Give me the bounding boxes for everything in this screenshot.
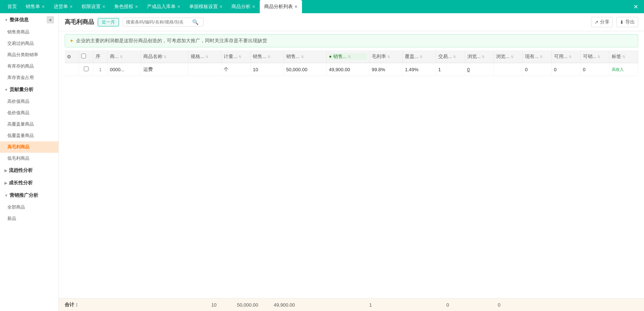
sidebar-item-high-margin[interactable]: 高毛利商品 — [0, 141, 58, 153]
sidebar-item-low-value[interactable]: 低价值商品 — [0, 107, 58, 119]
col-trade[interactable]: 交易...⇅ — [436, 50, 465, 63]
sort-tag-icon: ⇅ — [622, 55, 625, 59]
collapse-toggle[interactable]: « — [47, 16, 54, 23]
search-box: 🔍 — [123, 18, 204, 26]
table-row: 1 0000... 运费 个 10 50,000.00 49,900.00 99… — [65, 63, 638, 76]
sort-unit-icon: ⇅ — [238, 55, 241, 59]
cell-gross-rate: 99.8% — [369, 63, 403, 76]
search-icon[interactable]: 🔍 — [192, 19, 198, 25]
col-current-stock[interactable]: 现有...⇅ — [523, 50, 552, 63]
footer-sales-qty: 10 — [211, 302, 233, 308]
sidebar-item-stock-funds[interactable]: 库存资金占用 — [0, 72, 58, 83]
col-view1[interactable]: 浏览...⇅ — [465, 50, 494, 63]
col-tag[interactable]: 标签⇅ — [609, 50, 638, 63]
close-purchase-tab[interactable]: ✕ — [69, 4, 73, 9]
nav-analysis-list[interactable]: 商品分析列表 ✕ — [260, 0, 302, 13]
row-checkbox[interactable] — [84, 66, 89, 71]
cell-sales-amount: 50,000.00 — [284, 63, 326, 76]
cell-coverage: 1.49% — [403, 63, 436, 76]
window-close-button[interactable]: ✕ — [630, 3, 641, 10]
cell-trade: 1 — [436, 63, 465, 76]
sidebar-group-general[interactable]: ▼ 整体信息 « — [0, 13, 58, 26]
col-settings[interactable]: ⚙ — [65, 50, 79, 63]
sidebar-item-new-goods[interactable]: 新品 — [0, 213, 58, 224]
col-name[interactable]: 商品名称⇅ — [141, 50, 188, 63]
info-icon: ✦ — [69, 38, 74, 44]
cell-checkbox[interactable] — [79, 63, 93, 76]
cell-sales-cost: 49,900.00 — [327, 63, 369, 76]
arrow-down-icon-3: ▼ — [4, 194, 8, 198]
sidebar-item-in-stock[interactable]: 有库存的商品 — [0, 61, 58, 72]
share-icon: ↗ — [594, 19, 598, 25]
sidebar-group-growth[interactable]: ▶ 成长性分析 — [0, 177, 58, 189]
nav-purchase[interactable]: 进货单 ✕ — [49, 0, 77, 13]
col-available[interactable]: 可用...⇅ — [551, 50, 580, 63]
nav-sales[interactable]: 销售单 ✕ — [21, 0, 49, 13]
export-icon: ⬇ — [620, 19, 624, 25]
data-table: ⚙ 序 商...⇅ 商品名称⇅ — [65, 50, 638, 76]
nav-production[interactable]: 产成品入库单 ✕ — [143, 0, 185, 13]
page-title: 高毛利商品 — [65, 18, 94, 26]
sidebar-item-low-coverage[interactable]: 低覆盖量商品 — [0, 130, 58, 141]
cell-index: 1 — [93, 63, 108, 76]
sidebar-item-high-coverage[interactable]: 高覆盖量商品 — [0, 119, 58, 130]
nav-template[interactable]: 单据模板设置 ✕ — [185, 0, 227, 13]
close-template-tab[interactable]: ✕ — [219, 4, 223, 9]
col-unit[interactable]: 计量...⇅ — [222, 50, 251, 63]
sort-salescost-icon: ⇅ — [348, 55, 351, 59]
close-sales-tab[interactable]: ✕ — [42, 4, 45, 9]
col-saleable[interactable]: 可销...⇅ — [580, 50, 609, 63]
footer-saleable: 0 — [498, 302, 520, 308]
footer-label: 合计： — [65, 301, 79, 308]
col-code[interactable]: 商...⇅ — [107, 50, 141, 63]
close-roles-tab[interactable]: ✕ — [135, 4, 138, 9]
sidebar-group-trend[interactable]: ▶ 流趋性分析 — [0, 164, 58, 177]
sort-name-icon: ⇅ — [163, 55, 166, 59]
col-checkbox[interactable] — [79, 50, 93, 63]
close-analysis-list-tab[interactable]: ✕ — [294, 4, 298, 9]
arrow-right-icon: ▶ — [4, 169, 7, 173]
close-production-tab[interactable]: ✕ — [177, 4, 180, 9]
sidebar: ▼ 整体信息 « 销售类商品 交易过的商品 商品分类助销率 有库存的商品 库存资… — [0, 13, 59, 311]
share-button[interactable]: ↗ 分享 — [591, 17, 613, 27]
footer-sales-amount: 50,000.00 — [237, 302, 270, 308]
sidebar-item-all-goods[interactable]: 全部商品 — [0, 202, 58, 213]
nav-roles[interactable]: 角色授权 ✕ — [110, 0, 143, 13]
cell-tag: 高收入 — [609, 63, 638, 76]
sidebar-item-sales-goods[interactable]: 销售类商品 — [0, 26, 58, 38]
sidebar-item-high-value[interactable]: 高价值商品 — [0, 96, 58, 107]
sort-coverage-icon: ⇅ — [420, 55, 422, 59]
sidebar-group-marketing[interactable]: ▼ 营销推广分析 — [0, 189, 58, 202]
cell-view1[interactable]: 0 — [465, 63, 494, 76]
sidebar-group-contribution[interactable]: ▼ 贡献量分析 — [0, 83, 58, 96]
col-sales-cost[interactable]: ● 销售...⇅ — [327, 50, 369, 63]
sort-view1-icon: ⇅ — [482, 55, 485, 59]
cell-settings — [65, 63, 79, 76]
close-analysis-tab[interactable]: ✕ — [252, 4, 255, 9]
nav-permissions[interactable]: 权限设置 ✕ — [77, 0, 110, 13]
select-all-checkbox[interactable] — [81, 54, 86, 58]
sort-salesamt-icon: ⇅ — [301, 55, 304, 59]
cell-code: 0000... — [107, 63, 141, 76]
search-input[interactable] — [126, 19, 192, 25]
col-spec[interactable]: 规格...⇅ — [188, 50, 222, 63]
close-permissions-tab[interactable]: ✕ — [102, 4, 105, 9]
footer-trade: 1 — [369, 302, 391, 308]
sort-grossrate-icon: ⇅ — [387, 55, 390, 59]
export-button[interactable]: ⬇ 导出 — [616, 17, 638, 27]
nav-analysis[interactable]: 商品分析 ✕ — [227, 0, 260, 13]
col-gross-rate[interactable]: 毛利率⇅ — [369, 50, 403, 63]
col-view2[interactable]: 浏览...⇅ — [494, 50, 523, 63]
filter-recent-month[interactable]: 近一月 — [98, 18, 119, 26]
sidebar-item-low-margin[interactable]: 低毛利商品 — [0, 153, 58, 164]
col-sales-qty[interactable]: 销售...⇅ — [251, 50, 284, 63]
nav-home[interactable]: 首页 — [3, 0, 21, 13]
col-coverage[interactable]: 覆盖...⇅ — [403, 50, 436, 63]
sidebar-item-traded-goods[interactable]: 交易过的商品 — [0, 38, 58, 49]
content-header: 高毛利商品 近一月 🔍 ↗ 分享 ⬇ 导出 — [59, 13, 644, 31]
table-container: ⚙ 序 商...⇅ 商品名称⇅ — [59, 50, 644, 298]
sidebar-item-category-rate[interactable]: 商品分类助销率 — [0, 49, 58, 61]
cell-unit: 个 — [222, 63, 251, 76]
sort-spec-icon: ⇅ — [205, 55, 208, 59]
col-sales-amount[interactable]: 销售...⇅ — [284, 50, 326, 63]
